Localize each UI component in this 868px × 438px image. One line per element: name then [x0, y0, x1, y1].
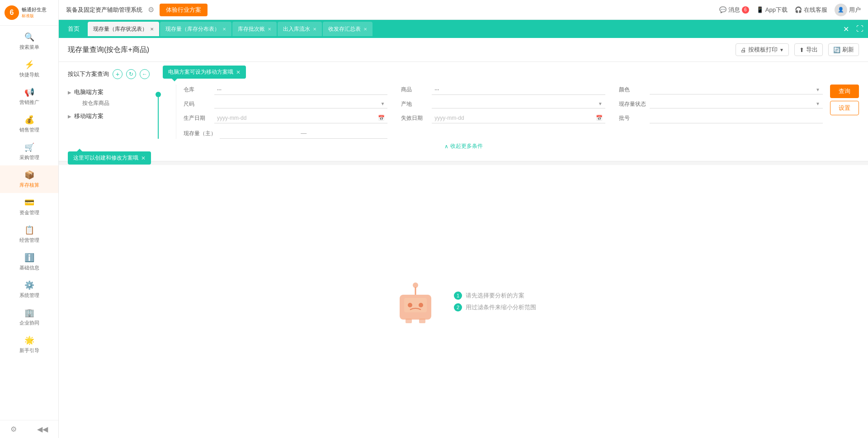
filter-add-btn[interactable]: + [113, 69, 123, 79]
filter-refresh-btn[interactable]: ↻ [126, 69, 136, 79]
mobile-scheme-item[interactable]: ▶ 移动端方案 [68, 110, 169, 122]
stock-main-label: 现存量（主） [184, 130, 216, 137]
sidebar-item-label-inventory: 库存核算 [19, 182, 39, 188]
exp-date-calendar-icon[interactable]: 📅 [596, 115, 603, 121]
print-arrow-icon: ▼ [779, 47, 784, 52]
empty-tip-1: 1 请先选择要分析的方案 [454, 292, 536, 300]
marketing-icon: 📢 [24, 87, 34, 97]
tab-label-inventory-status: 现存量（库存状况表） [93, 25, 147, 33]
prod-date-calendar-icon[interactable]: 📅 [378, 115, 385, 121]
batch-input[interactable] [650, 113, 823, 123]
tab-close-inventory-dist[interactable]: ✕ [222, 27, 226, 32]
tab-close-all-icon[interactable]: ✕ [840, 25, 852, 33]
collapse-more-btn[interactable]: ∧ 收起更多条件 [68, 139, 859, 154]
refresh-label: 刷新 [842, 46, 854, 54]
pc-scheme-children: 按仓库商品 [75, 98, 169, 108]
sidebar-item-marketing[interactable]: 📢 营销推广 [0, 83, 58, 110]
sidebar-item-enterprise[interactable]: 🏢 企业协同 [0, 303, 58, 331]
filter-header-container: 电脑方案可设为移动方案哦 ✕ 按以下方案查询 + ↻ ← [68, 69, 859, 79]
message-item[interactable]: 💬 消息 6 [719, 6, 749, 14]
sidebar-item-quick-nav[interactable]: ⚡ 快捷导航 [0, 55, 58, 83]
tab-close-inout-flow[interactable]: ✕ [313, 27, 316, 32]
sidebar-item-system[interactable]: ⚙️ 系统管理 [0, 276, 58, 303]
color-select[interactable]: ▼ [650, 85, 823, 94]
print-btn[interactable]: 🖨 按模板打印 ▼ [736, 43, 789, 56]
reset-btn[interactable]: 设置 [830, 101, 859, 115]
tooltip-close-1[interactable]: ✕ [236, 69, 241, 75]
page-header: 现存量查询(按仓库+商品) 🖨 按模板打印 ▼ ⬆ 导出 🔄 刷新 [59, 38, 868, 62]
sidebar-item-label-system: 系统管理 [19, 292, 39, 299]
origin-arrow: ▼ [598, 101, 603, 106]
tab-close-collect-summary[interactable]: ✕ [363, 27, 367, 32]
filter-back-btn[interactable]: ← [140, 69, 150, 79]
warehouse-select[interactable]: ··· [214, 85, 387, 95]
stock-status-select[interactable]: ▼ [650, 99, 823, 108]
header-right: 💬 消息 6 📱 App下载 🎧 在线客服 👤 用户 [719, 4, 861, 16]
tab-inout-flow[interactable]: 出入库流水 ✕ [278, 22, 322, 36]
sidebar-bottom: ⚙ ◀◀ [0, 420, 58, 438]
pc-scheme-item[interactable]: ▶ 电脑端方案 [68, 86, 169, 98]
industry-btn[interactable]: 体验行业方案 [160, 4, 208, 16]
tab-label-collect-summary: 收发存汇总表 [328, 25, 361, 33]
sidebar-item-operations[interactable]: 📋 经营管理 [0, 221, 58, 248]
sidebar-item-guide[interactable]: 🌟 新手引导 [0, 331, 58, 358]
sidebar-item-purchase[interactable]: 🛒 采购管理 [0, 138, 58, 165]
mobile-scheme-arrow: ▶ [68, 114, 71, 119]
prod-date-label: 生产日期 [184, 114, 211, 122]
origin-select[interactable]: ▼ [432, 99, 605, 108]
scheme-child-warehouse[interactable]: 按仓库商品 [82, 98, 169, 108]
collapse-sidebar-icon[interactable]: ◀◀ [37, 425, 48, 433]
tab-collect-summary[interactable]: 收发存汇总表 ✕ [323, 22, 373, 36]
tab-batch-account[interactable]: 库存批次账 ✕ [232, 22, 277, 36]
refresh-icon: 🔄 [833, 47, 840, 53]
tab-label-inout-flow: 出入库流水 [283, 25, 310, 33]
svg-rect-7 [419, 319, 425, 323]
filter-row-4: 现存量（主） — [184, 128, 823, 139]
export-icon: ⬆ [799, 47, 804, 53]
tab-home[interactable]: 首页 [61, 20, 87, 38]
online-service-item[interactable]: 🎧 在线客服 [795, 6, 827, 14]
print-label: 按模板打印 [748, 46, 778, 54]
app-download-item[interactable]: 📱 App下载 [756, 6, 788, 14]
tab-inventory-status[interactable]: 现存量（库存状况表） ✕ [88, 22, 159, 36]
empty-illustration [391, 279, 440, 324]
sidebar-item-label-sales: 销售管理 [19, 127, 39, 133]
purchase-icon: 🛒 [24, 142, 34, 152]
quick-nav-icon: ⚡ [24, 60, 34, 70]
sidebar-item-sales[interactable]: 💰 销售管理 [0, 110, 58, 138]
settings-gear-icon[interactable]: ⚙ [148, 5, 154, 14]
size-select[interactable]: ▼ [214, 99, 387, 108]
tab-close-inventory-status[interactable]: ✕ [150, 27, 154, 32]
stock-status-arrow: ▼ [816, 101, 820, 106]
product-select[interactable]: ··· [432, 85, 605, 95]
page-title: 现存量查询(按仓库+商品) [68, 45, 149, 55]
settings-icon[interactable]: ⚙ [10, 425, 17, 433]
sidebar-item-search-menu[interactable]: 🔍 搜索菜单 [0, 28, 58, 55]
basic-info-icon: ℹ️ [24, 253, 34, 263]
search-btn[interactable]: 查询 [830, 85, 859, 98]
sidebar-item-basic-info[interactable]: ℹ️ 基础信息 [0, 248, 58, 276]
prod-date-input[interactable]: yyyy-mm-dd 📅 [214, 113, 387, 123]
filter-row-2: 尺码 ▼ 产地 ▼ [184, 99, 823, 108]
filter-area: 电脑方案可设为移动方案哦 ✕ 按以下方案查询 + ↻ ← ▶ 电脑端方案 [59, 62, 868, 161]
exp-date-input[interactable]: yyyy-mm-dd 📅 [432, 113, 605, 123]
refresh-btn[interactable]: 🔄 刷新 [828, 43, 859, 56]
filter-field-color: 颜色 ▼ [619, 85, 823, 95]
app-subtitle: 标准版 [22, 13, 47, 19]
sidebar-item-inventory[interactable]: 📦 库存核算 [0, 165, 58, 193]
tooltip-close-2[interactable]: ✕ [141, 155, 146, 161]
logo-icon: 6 [5, 5, 19, 20]
logo-area: 6 畅通好生意 标准版 [0, 0, 58, 26]
sidebar-item-finance[interactable]: 💳 资金管理 [0, 193, 58, 221]
tab-close-batch-account[interactable]: ✕ [268, 27, 271, 32]
sidebar: 6 畅通好生意 标准版 🔍 搜索菜单 ⚡ 快捷导航 📢 营销推广 💰 销售管理 … [0, 0, 59, 438]
filter-field-size: 尺码 ▼ [184, 99, 387, 108]
stock-main-max[interactable] [309, 130, 387, 137]
system-title: 装备及固定资产辅助管理系统 [66, 6, 142, 14]
top-header: 装备及固定资产辅助管理系统 ⚙ 体验行业方案 💬 消息 6 📱 App下载 🎧 … [59, 0, 868, 20]
tab-fullscreen-icon[interactable]: ⛶ [854, 25, 866, 33]
export-btn[interactable]: ⬆ 导出 [794, 43, 823, 56]
user-item[interactable]: 👤 用户 [835, 4, 861, 16]
tab-inventory-dist[interactable]: 现存量（库存分布表） ✕ [160, 22, 231, 36]
stock-main-min[interactable] [220, 130, 298, 137]
